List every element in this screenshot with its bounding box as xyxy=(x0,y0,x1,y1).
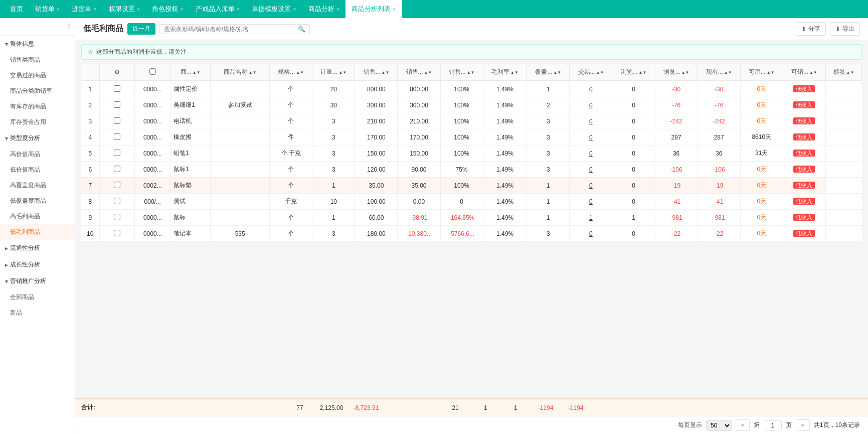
search-input[interactable] xyxy=(164,26,298,33)
sidebar-item[interactable]: 低价值商品 xyxy=(0,162,75,178)
cell-view1[interactable]: 0 xyxy=(570,97,612,113)
cell-view1[interactable]: 0 xyxy=(570,162,612,178)
nav-item[interactable]: 进货单× xyxy=(66,0,102,18)
col-header-checkbox[interactable] xyxy=(135,64,170,81)
sort-icon[interactable]: ▲▼ xyxy=(249,71,257,75)
close-icon[interactable]: × xyxy=(137,6,140,12)
sidebar-group-title[interactable]: ▾整体信息 xyxy=(0,36,75,52)
view-link[interactable]: 0 xyxy=(589,86,593,93)
row-checkbox[interactable] xyxy=(114,117,120,124)
sort-icon[interactable]: ▲▼ xyxy=(724,71,732,75)
row-checkbox[interactable] xyxy=(114,150,120,156)
sidebar-item[interactable]: 全部商品 xyxy=(0,290,75,305)
sort-icon[interactable]: ▲▼ xyxy=(767,71,775,75)
row-checkbox[interactable] xyxy=(114,214,120,220)
export-button[interactable]: ⬇ 导出 xyxy=(830,22,860,36)
sort-icon[interactable]: ▲▼ xyxy=(296,71,304,75)
row-checkbox[interactable] xyxy=(114,85,120,92)
nav-item[interactable]: 角色授权× xyxy=(146,0,189,18)
page-size-select[interactable]: 2050100 xyxy=(706,420,732,431)
cell-checkbox[interactable] xyxy=(99,113,135,129)
view-link[interactable]: 0 xyxy=(589,230,593,237)
search-icon[interactable]: 🔍 xyxy=(298,26,305,33)
cell-view1[interactable]: 0 xyxy=(570,194,612,210)
sidebar-item[interactable]: 低毛利商品 xyxy=(0,224,75,240)
sort-icon[interactable]: ▲▼ xyxy=(424,71,432,75)
cell-view1[interactable]: 0 xyxy=(570,81,612,97)
close-icon[interactable]: × xyxy=(393,6,396,12)
row-checkbox[interactable] xyxy=(114,101,120,108)
cell-checkbox[interactable] xyxy=(99,81,135,97)
sort-icon[interactable]: ▲▼ xyxy=(596,71,604,75)
sort-icon[interactable]: ▲▼ xyxy=(338,71,346,75)
sort-icon[interactable]: ▲▼ xyxy=(382,71,390,75)
share-button[interactable]: ⬆ 分享 xyxy=(796,22,826,36)
sidebar-collapse-button[interactable]: 《 xyxy=(0,18,75,36)
cell-view1[interactable]: 1 xyxy=(570,210,612,226)
nav-item[interactable]: 权限设置× xyxy=(103,0,146,18)
cell-checkbox[interactable] xyxy=(99,97,135,113)
sidebar-group-title[interactable]: ▾营销推广分析 xyxy=(0,273,75,290)
cell-view1[interactable]: 0 xyxy=(570,178,612,194)
sidebar-item[interactable]: 有库存的商品 xyxy=(0,99,75,114)
cell-checkbox[interactable] xyxy=(99,194,135,210)
cell-checkbox[interactable] xyxy=(99,226,135,242)
select-all-checkbox[interactable] xyxy=(149,68,156,75)
sort-icon[interactable]: ▲▼ xyxy=(639,71,647,75)
sidebar-item[interactable]: 商品分类助销率 xyxy=(0,83,75,99)
period-button[interactable]: 近一月 xyxy=(127,23,155,35)
view-link[interactable]: 0 xyxy=(589,198,593,205)
sidebar-item[interactable]: 高毛利商品 xyxy=(0,209,75,224)
sort-icon[interactable]: ▲▼ xyxy=(809,71,817,75)
sidebar-group-title[interactable]: ▾类型度分析 xyxy=(0,130,75,147)
close-icon[interactable]: × xyxy=(336,6,339,12)
view-link[interactable]: 1 xyxy=(589,214,593,221)
sidebar-item[interactable]: 销售类商品 xyxy=(0,52,75,68)
sidebar-item[interactable]: 库存资金占用 xyxy=(0,114,75,130)
sidebar-item[interactable]: 高价值商品 xyxy=(0,147,75,162)
view-link[interactable]: 0 xyxy=(589,166,593,173)
row-checkbox[interactable] xyxy=(114,133,120,140)
nav-item[interactable]: 产成品入库单× xyxy=(190,0,246,18)
cell-checkbox[interactable] xyxy=(99,210,135,226)
sort-icon[interactable]: ▲▼ xyxy=(510,71,518,75)
sort-icon[interactable]: ▲▼ xyxy=(467,71,475,75)
sidebar-group-title[interactable]: ▸成长性分析 xyxy=(0,256,75,273)
cell-checkbox[interactable] xyxy=(99,146,135,162)
nav-item[interactable]: 单据模板设置× xyxy=(246,0,302,18)
close-icon[interactable]: × xyxy=(93,6,96,12)
nav-item[interactable]: 首页 xyxy=(4,0,29,18)
cell-view1[interactable]: 0 xyxy=(570,146,612,162)
cell-checkbox[interactable] xyxy=(99,178,135,194)
nav-item[interactable]: 销货单× xyxy=(29,0,66,18)
cell-checkbox[interactable] xyxy=(99,162,135,178)
close-icon[interactable]: × xyxy=(293,6,296,12)
view-link[interactable]: 0 xyxy=(589,102,593,109)
row-checkbox[interactable] xyxy=(114,198,120,204)
cell-view1[interactable]: 0 xyxy=(570,226,612,242)
page-number-input[interactable] xyxy=(764,420,782,430)
close-icon[interactable]: × xyxy=(237,6,240,12)
prev-page-button[interactable]: ＜ xyxy=(736,419,750,431)
sort-icon[interactable]: ▲▼ xyxy=(681,71,689,75)
close-icon[interactable]: × xyxy=(180,6,183,12)
row-checkbox[interactable] xyxy=(114,166,120,172)
sort-icon[interactable]: ▲▼ xyxy=(553,71,561,75)
sort-icon[interactable]: ▲▼ xyxy=(846,71,854,75)
sidebar-item[interactable]: 低覆盖度商品 xyxy=(0,193,75,209)
view-link[interactable]: 0 xyxy=(589,182,593,189)
cell-view1[interactable]: 0 xyxy=(570,129,612,146)
row-checkbox[interactable] xyxy=(114,182,120,188)
close-icon[interactable]: × xyxy=(57,6,60,12)
nav-item[interactable]: 商品分析× xyxy=(302,0,345,18)
cell-checkbox[interactable] xyxy=(99,129,135,146)
col-header-settings[interactable]: ⚙ xyxy=(99,64,135,81)
row-checkbox[interactable] xyxy=(114,230,120,236)
sort-icon[interactable]: ▲▼ xyxy=(193,71,201,75)
view-link[interactable]: 0 xyxy=(589,150,593,157)
nav-item[interactable]: 商品分析列表× xyxy=(345,0,402,18)
sidebar-item[interactable]: 高覆盖度商品 xyxy=(0,178,75,193)
view-link[interactable]: 0 xyxy=(589,118,593,125)
next-page-button[interactable]: ＞ xyxy=(796,419,810,431)
sidebar-item[interactable]: 新品 xyxy=(0,305,75,321)
